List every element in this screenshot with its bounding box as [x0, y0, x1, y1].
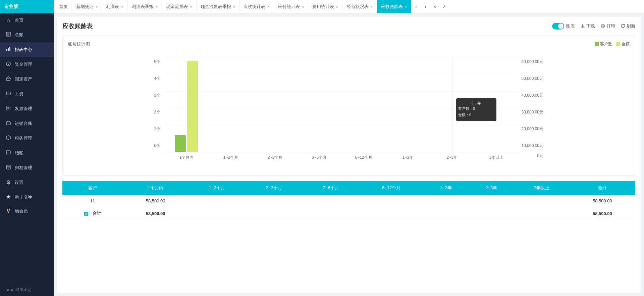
chart-toggle[interactable]: [552, 23, 564, 30]
sidebar-item-tax[interactable]: 税务管理: [0, 131, 54, 146]
table-total-row: Σ 合计 58,500.00 58,500.00: [62, 207, 635, 220]
sidebar-item-archive[interactable]: 归档管理: [0, 160, 54, 175]
sidebar-item-invoice[interactable]: 发票管理: [0, 101, 54, 116]
col-y3plus: 3年以上: [514, 181, 570, 195]
funds-icon: ¥: [5, 61, 11, 68]
sidebar-item-label: 首页: [15, 17, 23, 23]
refresh-button[interactable]: 刷新: [621, 23, 635, 29]
svg-rect-17: [6, 151, 10, 154]
tab-scroll-left[interactable]: ‹: [411, 2, 421, 11]
sidebar-item-settings[interactable]: ⚙ 设置: [0, 175, 54, 190]
sidebar-item-label: 工资: [15, 91, 23, 97]
tab-biz-status-close[interactable]: ×: [371, 5, 373, 9]
col-y2: 1~2年: [423, 181, 469, 195]
tab-cashflow-label: 现金流量表: [166, 4, 188, 10]
tab-cashflow-close[interactable]: ×: [190, 5, 192, 9]
sidebar-item-reports[interactable]: 报表中心: [0, 42, 54, 57]
reports-icon: [5, 46, 11, 53]
chart-toggle-container[interactable]: 图表: [552, 23, 575, 30]
svg-rect-10: [6, 92, 10, 95]
page-content: 应收账龄表 图表 下载 打印: [57, 17, 641, 293]
svg-text:客户数：0: 客户数：0: [458, 106, 475, 110]
col-m2: 1~2个月: [189, 181, 246, 195]
tab-receivable-aging[interactable]: 应收账龄表 ×: [377, 0, 411, 13]
tab-profit[interactable]: 利润表 ×: [102, 0, 127, 13]
tab-new-voucher-label: 新增凭证: [76, 4, 94, 10]
sidebar-item-label: 报表中心: [15, 47, 32, 53]
tab-home[interactable]: 首页: [55, 0, 72, 13]
settings-icon: ⚙: [5, 179, 11, 186]
ledger-icon: [5, 32, 11, 38]
bar-customer-m1: [175, 135, 186, 152]
sidebar-item-assets[interactable]: 固定资产: [0, 72, 54, 87]
header-actions: 图表 下载 打印 刷新: [552, 23, 635, 30]
svg-text:3个: 3个: [154, 93, 160, 98]
chart-toggle-label: 图表: [566, 23, 575, 29]
total-label: Σ 合计: [62, 207, 123, 220]
col-customer: 客户: [62, 181, 123, 195]
tab-profit-quarterly[interactable]: 利润表季报 ×: [128, 0, 162, 13]
cell-y3plus: [514, 195, 570, 207]
col-y3: 2~3年: [469, 181, 514, 195]
tab-expense-stat[interactable]: 费用统计表 ×: [308, 0, 342, 13]
sidebar-item-sales[interactable]: 进销台账: [0, 116, 54, 131]
tab-new-voucher[interactable]: 新增凭证 ×: [72, 0, 102, 13]
cell-total: 58,500.00: [570, 195, 635, 207]
svg-text:1个: 1个: [154, 127, 160, 131]
svg-text:3年以上: 3年以上: [489, 155, 504, 160]
tab-payable-stat[interactable]: 应付统计表 ×: [274, 0, 308, 13]
tab-scroll-right[interactable]: ›: [421, 2, 430, 11]
svg-text:3~6个月: 3~6个月: [312, 155, 327, 160]
tab-receivable-stat-close[interactable]: ×: [267, 5, 269, 9]
cell-m12: [360, 195, 423, 207]
tab-biz-status[interactable]: 经营状况表 ×: [343, 0, 377, 13]
page-header: 应收账龄表 图表 下载 打印: [62, 22, 635, 30]
tab-cashflow-quarterly-label: 现金流量表季报: [201, 4, 231, 10]
assets-icon: [5, 76, 11, 83]
sidebar-item-label: 税务管理: [15, 135, 32, 141]
col-m3: 2~3个月: [246, 181, 303, 195]
download-button[interactable]: 下载: [580, 23, 595, 29]
svg-text:金额：0: 金额：0: [458, 113, 471, 117]
sidebar-unpin[interactable]: ◄◄ 取消固定: [0, 284, 54, 296]
tab-profit-close[interactable]: ×: [121, 5, 123, 9]
tab-receivable-aging-label: 应收账龄表: [381, 4, 403, 10]
sidebar-item-home[interactable]: ⌂ 首页: [0, 13, 54, 28]
tab-cashflow[interactable]: 现金流量表 ×: [162, 0, 196, 13]
tab-payable-stat-close[interactable]: ×: [302, 5, 304, 9]
tab-cashflow-quarterly-close[interactable]: ×: [233, 5, 235, 9]
table-row: 11 58,500.00 58,500.00: [62, 195, 635, 207]
svg-text:2个: 2个: [154, 110, 160, 114]
member-icon: V: [5, 208, 11, 214]
cell-customer: 11: [62, 195, 123, 207]
sidebar-item-funds[interactable]: ¥ 资金管理: [0, 57, 54, 72]
main-area: 首页 新增凭证 × 利润表 × 利润表季报 × 现金流量表 × 现金流量表季报 …: [54, 0, 644, 296]
tab-cashflow-quarterly[interactable]: 现金流量表季报 ×: [197, 0, 239, 13]
sidebar-item-label: 固定资产: [15, 76, 32, 82]
tab-biz-status-label: 经营状况表: [347, 4, 369, 10]
legend-amount-dot: [616, 42, 620, 46]
sidebar-item-label: 畅会员: [15, 208, 28, 214]
sidebar-item-salary[interactable]: 工资: [0, 87, 54, 101]
chart-svg: 5个 4个 3个 2个 1个 0个 60,000.00元 50,000.00元 …: [68, 51, 630, 169]
sidebar-item-guide[interactable]: ★ 新手引导: [0, 190, 54, 204]
legend-amount: 金额: [616, 41, 630, 47]
tab-profit-label: 利润表: [106, 4, 119, 10]
tab-profit-quarterly-close[interactable]: ×: [156, 5, 158, 9]
sidebar-item-close-account[interactable]: 结账: [0, 146, 54, 160]
sidebar-item-ledger[interactable]: 总账: [0, 28, 54, 42]
tab-receivable-stat[interactable]: 应收统计表 ×: [239, 0, 274, 13]
tab-close-all[interactable]: ×: [430, 2, 439, 11]
download-label: 下载: [586, 23, 595, 29]
unpin-label: 取消固定: [15, 287, 32, 293]
tab-expand[interactable]: ⤢: [439, 2, 449, 11]
svg-rect-13: [7, 106, 10, 110]
sidebar-item-member[interactable]: V 畅会员: [0, 204, 54, 218]
svg-text:1个月内: 1个月内: [179, 155, 194, 160]
col-total: 合计: [570, 181, 635, 195]
svg-text:2~3个月: 2~3个月: [268, 155, 282, 160]
tab-expense-stat-close[interactable]: ×: [336, 5, 338, 9]
print-button[interactable]: 打印: [600, 23, 615, 29]
tab-new-voucher-close[interactable]: ×: [96, 5, 98, 9]
tab-receivable-aging-close[interactable]: ×: [405, 5, 407, 9]
